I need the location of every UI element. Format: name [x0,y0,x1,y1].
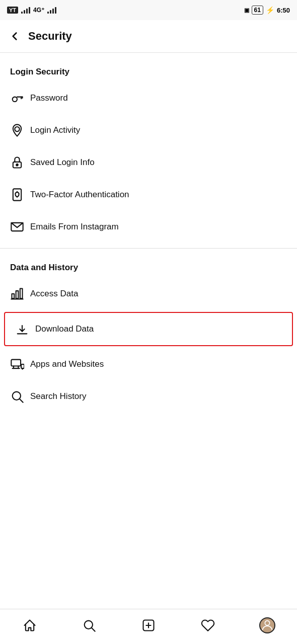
nav-home[interactable] [17,613,42,638]
svg-point-0 [13,97,17,102]
access-data-label: Access Data [30,289,78,299]
menu-item-saved-login[interactable]: Saved Login Info [0,146,297,179]
svg-line-24 [92,628,95,631]
email-icon [10,220,30,234]
search-history-icon [10,389,30,404]
content-area: Login Security Password Login Activity [0,53,297,609]
status-left: YT 4G⁺ [7,7,56,14]
page-header: Security [0,20,297,53]
signal-icon-2 [47,7,56,14]
lock-icon [10,155,30,170]
nav-new-post[interactable] [136,613,161,638]
svg-rect-7 [13,189,21,200]
nav-activity[interactable] [195,613,220,638]
chart-icon [10,287,30,301]
svg-rect-19 [21,364,24,368]
time-display: 6:50 [277,7,290,14]
signal-icon [21,7,30,14]
monitor-icon [10,357,30,371]
svg-rect-15 [11,360,21,366]
back-button[interactable] [8,30,21,43]
menu-item-two-factor[interactable]: Two-Factor Authentication [0,179,297,211]
svg-rect-9 [12,294,15,298]
password-label: Password [30,93,68,103]
menu-item-password[interactable]: Password [0,82,297,114]
network-type: 4G⁺ [33,7,44,14]
two-factor-label: Two-Factor Authentication [30,190,129,200]
status-bar: YT 4G⁺ ▣ 61 ⚡ 6:50 [0,0,297,20]
battery-indicator: 61 [252,6,263,15]
download-data-label: Download Data [35,324,94,334]
nav-search[interactable] [77,613,102,638]
download-icon [15,322,35,336]
key-icon [10,91,30,105]
apps-websites-label: Apps and Websites [30,359,104,369]
nav-profile[interactable] [255,613,280,638]
svg-rect-10 [16,291,19,298]
sim-icon: ▣ [244,7,249,14]
location-icon [10,123,30,137]
login-activity-label: Login Activity [30,125,80,135]
bottom-navigation [0,609,297,644]
saved-login-label: Saved Login Info [30,157,95,168]
menu-item-emails[interactable]: Emails From Instagram [0,211,297,243]
section-login-security-label: Login Security [0,53,297,82]
menu-item-download-data[interactable]: Download Data [4,312,293,346]
svg-point-4 [15,127,19,131]
avatar [259,617,275,633]
section-data-history-label: Data and History [0,249,297,278]
app-indicator: YT [7,7,18,14]
svg-line-22 [20,399,23,402]
menu-item-login-activity[interactable]: Login Activity [0,114,297,146]
svg-point-28 [265,620,269,625]
menu-item-access-data[interactable]: Access Data [0,278,297,310]
charging-icon: ⚡ [266,6,274,14]
status-right: ▣ 61 ⚡ 6:50 [244,6,290,15]
svg-rect-11 [20,289,23,299]
search-history-label: Search History [30,391,86,401]
menu-item-apps-websites[interactable]: Apps and Websites [0,348,297,380]
emails-label: Emails From Instagram [30,222,119,232]
svg-point-6 [16,164,18,166]
menu-item-search-history[interactable]: Search History [0,380,297,413]
page-title: Security [28,30,72,43]
phone-shield-icon [10,188,30,202]
